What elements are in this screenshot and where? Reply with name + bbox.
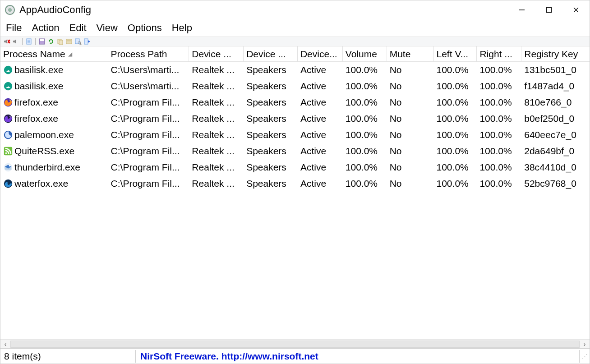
menu-view[interactable]: View	[95, 21, 120, 35]
cell-device-state: Active	[298, 129, 343, 141]
menu-edit[interactable]: Edit	[68, 21, 88, 35]
svg-marker-9	[13, 39, 16, 44]
cell-mute: No	[387, 96, 434, 109]
cell-right-volume: 100.0%	[477, 145, 521, 157]
table-row[interactable]: firefox.exeC:\Program Fil...Realtek ...S…	[0, 94, 590, 111]
properties-icon[interactable]	[65, 38, 73, 45]
cell-volume: 100.0%	[343, 112, 387, 125]
cell-device-name: Realtek ...	[189, 129, 244, 141]
svg-point-1	[8, 8, 12, 12]
cell-registry-key: 131bc501_0	[521, 64, 590, 76]
col-volume[interactable]: Volume	[343, 46, 387, 61]
scroll-track[interactable]	[10, 341, 580, 348]
process-name-text: palemoon.exe	[14, 129, 74, 140]
cell-device-type: Speakers	[244, 145, 298, 157]
menu-options[interactable]: Options	[126, 21, 164, 35]
scroll-left-icon[interactable]: ‹	[0, 340, 10, 348]
toolbar-separator	[35, 38, 36, 45]
col-device-name[interactable]: Device ...	[189, 46, 244, 61]
table-row[interactable]: basilisk.exeC:\Users\marti...Realtek ...…	[0, 62, 590, 78]
status-item-count: 8 item(s)	[0, 350, 136, 363]
cell-process-path: C:\Program Fil...	[108, 129, 189, 141]
scroll-right-icon[interactable]: ›	[580, 340, 590, 348]
minimize-button[interactable]	[508, 0, 535, 19]
window-controls	[508, 0, 590, 19]
toolbar-separator	[22, 38, 23, 45]
col-registry-key[interactable]: Registry Key	[521, 46, 590, 61]
cell-registry-key: 810e766_0	[521, 96, 590, 109]
table-row[interactable]: thunderbird.exeC:\Program Fil...Realtek …	[0, 159, 590, 175]
maximize-button[interactable]	[535, 0, 562, 19]
table-row[interactable]: waterfox.exeC:\Program Fil...Realtek ...…	[0, 175, 590, 192]
col-right-volume[interactable]: Right ...	[477, 46, 521, 61]
svg-point-28	[4, 82, 12, 90]
cell-device-name: Realtek ...	[189, 80, 244, 92]
cell-registry-key: 38c4410d_0	[521, 161, 590, 174]
copy-icon[interactable]	[56, 38, 64, 45]
table-row[interactable]: QuiteRSS.exeC:\Program Fil...Realtek ...…	[0, 143, 590, 159]
window-title: AppAudioConfig	[19, 4, 508, 16]
resize-grip-icon[interactable]: ⋰	[580, 353, 590, 359]
col-process-name[interactable]: Process Name◢	[0, 46, 108, 61]
cell-device-type: Speakers	[244, 80, 298, 92]
cell-mute: No	[387, 129, 434, 141]
col-device-state[interactable]: Device...	[298, 46, 343, 61]
document-icon[interactable]	[25, 38, 32, 45]
table-row[interactable]: palemoon.exeC:\Program Fil...Realtek ...…	[0, 127, 590, 143]
svg-rect-3	[547, 8, 552, 13]
col-device-type[interactable]: Device ...	[244, 46, 298, 61]
cell-device-name: Realtek ...	[189, 64, 244, 76]
col-process-path[interactable]: Process Path	[108, 46, 189, 61]
process-name-text: QuiteRSS.exe	[14, 146, 74, 157]
cell-left-volume: 100.0%	[434, 96, 477, 109]
cell-process-path: C:\Program Fil...	[108, 161, 189, 174]
find-icon[interactable]	[74, 38, 82, 45]
cell-process-name: thunderbird.exe	[0, 161, 108, 174]
cell-process-name: waterfox.exe	[0, 177, 108, 190]
cell-device-state: Active	[298, 177, 343, 190]
menu-help[interactable]: Help	[170, 21, 194, 35]
svg-rect-22	[75, 39, 79, 44]
svg-rect-15	[40, 39, 44, 41]
svg-rect-19	[66, 39, 72, 44]
cell-volume: 100.0%	[343, 177, 387, 190]
cell-device-name: Realtek ...	[189, 161, 244, 174]
svg-point-35	[9, 165, 11, 167]
statusbar: 8 item(s) NirSoft Freeware. http://www.n…	[0, 348, 590, 364]
cell-device-type: Speakers	[244, 129, 298, 141]
col-left-volume[interactable]: Left V...	[434, 46, 477, 61]
cell-volume: 100.0%	[343, 145, 387, 157]
col-mute[interactable]: Mute	[387, 46, 434, 61]
svg-marker-6	[4, 39, 7, 44]
cell-left-volume: 100.0%	[434, 177, 477, 190]
cell-left-volume: 100.0%	[434, 80, 477, 92]
cell-right-volume: 100.0%	[477, 112, 521, 125]
app-icon	[4, 4, 16, 16]
toolbar	[0, 37, 590, 46]
menu-action[interactable]: Action	[30, 21, 61, 35]
cell-volume: 100.0%	[343, 64, 387, 76]
cell-process-name: QuiteRSS.exe	[0, 145, 108, 157]
cell-right-volume: 100.0%	[477, 80, 521, 92]
menubar: File Action Edit View Options Help	[0, 19, 590, 37]
mute-icon[interactable]	[3, 38, 10, 45]
cell-process-name: basilisk.exe	[0, 64, 108, 76]
cell-mute: No	[387, 80, 434, 92]
cell-registry-key: 52bc9768_0	[521, 177, 590, 190]
cell-device-name: Realtek ...	[189, 112, 244, 125]
speaker-icon[interactable]	[12, 38, 19, 45]
cell-mute: No	[387, 112, 434, 125]
close-button[interactable]	[562, 0, 590, 19]
save-icon[interactable]	[38, 38, 46, 45]
refresh-icon[interactable]	[47, 38, 55, 45]
table-row[interactable]: firefox.exeC:\Program Fil...Realtek ...S…	[0, 111, 590, 127]
menu-file[interactable]: File	[4, 21, 23, 35]
exit-icon[interactable]	[83, 38, 91, 45]
process-name-text: basilisk.exe	[14, 65, 64, 75]
table-row[interactable]: basilisk.exeC:\Users\marti...Realtek ...…	[0, 78, 590, 94]
cell-device-type: Speakers	[244, 177, 298, 190]
cell-device-type: Speakers	[244, 64, 298, 76]
svg-point-27	[4, 66, 12, 74]
horizontal-scrollbar[interactable]: ‹ ›	[0, 339, 590, 348]
cell-device-name: Realtek ...	[189, 96, 244, 109]
